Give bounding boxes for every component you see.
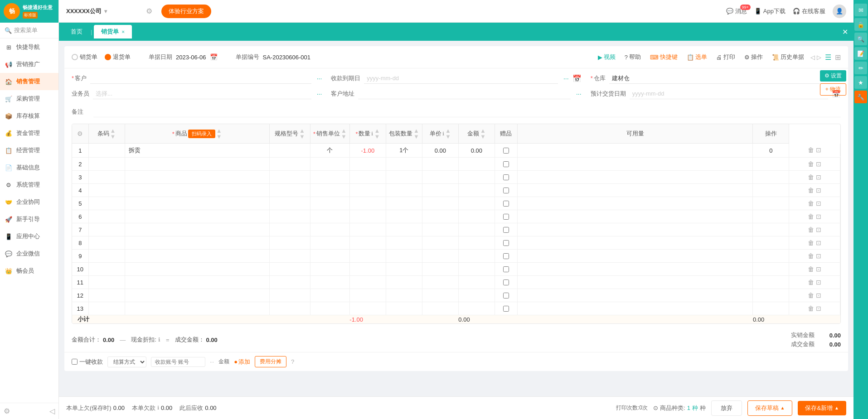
goods-type-link[interactable]: 1 种 — [687, 404, 698, 412]
warehouse-input[interactable] — [609, 73, 830, 84]
row-goods[interactable] — [125, 263, 269, 276]
expected-date-input[interactable] — [630, 88, 828, 99]
payment-account-input[interactable] — [151, 357, 205, 367]
row-spec[interactable] — [269, 197, 310, 210]
row-copy-icon[interactable]: ⊡ — [816, 187, 821, 194]
row-barcode[interactable] — [88, 158, 125, 171]
abandon-btn[interactable]: 放弃 — [711, 400, 742, 416]
row-delete-icon[interactable]: 🗑 — [808, 252, 814, 260]
row-qty[interactable] — [349, 184, 386, 197]
row-barcode[interactable] — [88, 197, 125, 210]
video-btn[interactable]: ▶ 视频 — [595, 52, 618, 63]
row-copy-icon[interactable]: ⊡ — [816, 213, 821, 220]
row-qty[interactable] — [349, 223, 386, 236]
row-barcode[interactable] — [88, 250, 125, 263]
row-qty[interactable] — [349, 197, 386, 210]
row-goods[interactable]: 拆贡 — [125, 144, 269, 158]
customer-addr-select-btn[interactable]: ··· — [576, 90, 582, 97]
grid-view-icon[interactable]: ⊞ — [835, 53, 841, 62]
row-unit-price[interactable] — [422, 236, 458, 250]
row-spec[interactable] — [269, 289, 310, 302]
row-gift[interactable] — [495, 250, 517, 263]
row-unit-price[interactable] — [422, 250, 458, 263]
app-download-btn[interactable]: 📱 App下载 — [754, 7, 786, 15]
row-copy-icon[interactable]: ⊡ — [816, 265, 821, 273]
row-unit-price[interactable] — [422, 171, 458, 184]
row-gift[interactable] — [495, 236, 517, 250]
row-gift[interactable] — [495, 144, 517, 158]
row-remarks[interactable] — [517, 250, 753, 263]
sidebar-item-system[interactable]: ⚙ 系统管理 — [0, 176, 58, 193]
row-spec[interactable] — [269, 144, 310, 158]
row-barcode[interactable] — [88, 210, 125, 223]
row-remarks[interactable] — [517, 302, 753, 315]
row-gift[interactable] — [495, 210, 517, 223]
row-remarks[interactable] — [517, 158, 753, 171]
add-payment-btn[interactable]: ● 添加 — [234, 358, 250, 366]
row-gift[interactable] — [495, 158, 517, 171]
row-copy-icon[interactable]: ⊡ — [816, 173, 821, 181]
row-qty[interactable] — [349, 236, 386, 250]
row-barcode[interactable] — [88, 184, 125, 197]
row-goods[interactable] — [125, 210, 269, 223]
sidebar-settings-btn[interactable]: ⚙ — [4, 407, 10, 415]
debt-info-icon[interactable]: ℹ — [157, 405, 159, 411]
tab-close-icon[interactable]: × — [121, 29, 124, 34]
row-delete-icon[interactable]: 🗑 — [808, 265, 814, 273]
row-delete-icon[interactable]: 🗑 — [808, 173, 814, 181]
row-gift[interactable] — [495, 171, 517, 184]
row-qty[interactable]: -1.00 — [349, 144, 386, 158]
row-delete-icon[interactable]: 🗑 — [808, 226, 814, 233]
row-goods[interactable] — [125, 158, 269, 171]
row-barcode[interactable] — [88, 171, 125, 184]
row-remarks[interactable] — [517, 289, 753, 302]
row-gift[interactable] — [495, 223, 517, 236]
sidebar-item-finance[interactable]: 💰 资金管理 — [0, 125, 58, 142]
right-panel-btn-2[interactable]: 🔒 — [854, 18, 867, 31]
close-window-icon[interactable]: ✕ — [842, 28, 848, 36]
list-view-icon[interactable]: ☰ — [825, 53, 831, 62]
row-spec[interactable] — [269, 250, 310, 263]
search-menu[interactable]: 🔍 搜索菜单 — [0, 23, 58, 39]
row-spec[interactable] — [269, 263, 310, 276]
row-qty[interactable] — [349, 171, 386, 184]
row-barcode[interactable] — [88, 289, 125, 302]
row-spec[interactable] — [269, 302, 310, 315]
row-delete-icon[interactable]: 🗑 — [808, 213, 814, 220]
payment-date-input[interactable] — [364, 73, 558, 84]
sidebar-item-guide[interactable]: 🚀 新手引导 — [0, 211, 58, 228]
row-barcode[interactable] — [88, 236, 125, 250]
row-gift[interactable] — [495, 263, 517, 276]
user-avatar[interactable]: 👤 — [833, 5, 846, 18]
table-settings-icon[interactable]: ⚙ — [77, 130, 83, 137]
row-copy-icon[interactable]: ⊡ — [816, 200, 821, 207]
row-copy-icon[interactable]: ⊡ — [816, 239, 821, 246]
settings-gear-icon[interactable]: ⚙ — [146, 7, 152, 15]
row-goods[interactable] — [125, 302, 269, 315]
row-copy-icon[interactable]: ⊡ — [816, 292, 821, 299]
row-spec[interactable] — [269, 158, 310, 171]
sidebar-item-operations[interactable]: 📋 经营管理 — [0, 142, 58, 159]
row-unit-price[interactable] — [422, 223, 458, 236]
row-barcode[interactable] — [88, 263, 125, 276]
tab-sales-order[interactable]: 销货单 × — [94, 25, 131, 39]
message-btn[interactable]: 💬 消息 99+ — [726, 7, 747, 15]
row-delete-icon[interactable]: 🗑 — [808, 200, 814, 207]
row-gift[interactable] — [495, 289, 517, 302]
row-qty[interactable] — [349, 289, 386, 302]
row-delete-icon[interactable]: 🗑 — [808, 292, 814, 299]
date-calendar-icon[interactable]: 📅 — [210, 53, 218, 61]
one-click-pay-checkbox[interactable] — [72, 359, 78, 365]
row-qty[interactable] — [349, 158, 386, 171]
row-unit-price[interactable]: 0.00 — [422, 144, 458, 158]
row-goods[interactable] — [125, 184, 269, 197]
customer-input[interactable] — [90, 73, 311, 84]
row-barcode[interactable] — [88, 223, 125, 236]
expense-help-icon[interactable]: ? — [291, 358, 294, 365]
row-qty[interactable] — [349, 302, 386, 315]
sidebar-item-inventory[interactable]: 📦 库存核算 — [0, 107, 58, 125]
radio-return-order[interactable]: 退货单 — [105, 53, 131, 61]
operate-btn[interactable]: ⚙ 操作 — [742, 52, 766, 63]
row-unit-price[interactable] — [422, 158, 458, 171]
row-unit-price[interactable] — [422, 289, 458, 302]
